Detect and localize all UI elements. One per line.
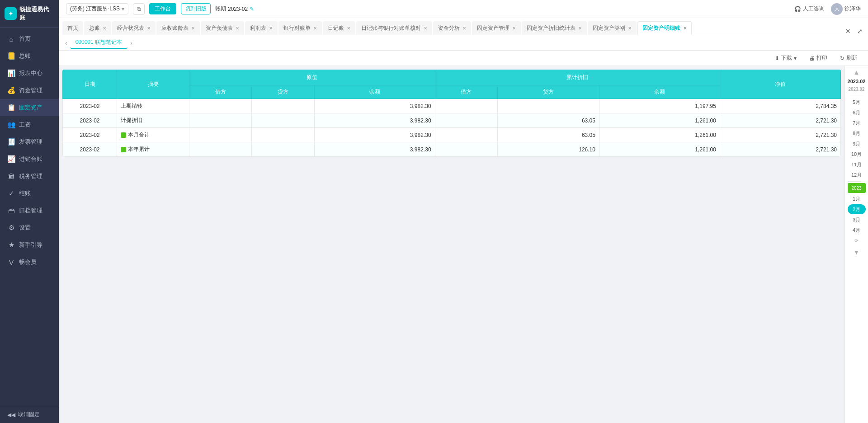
tab-balance-sheet[interactable]: 资产负债表✕: [201, 21, 244, 35]
sidebar-item-tax[interactable]: 🏛 税务管理: [0, 168, 59, 185]
cell-period: 2023-02: [63, 99, 117, 113]
sidebar-item-checkout[interactable]: ✓ 结账: [0, 185, 59, 202]
tab-ledger[interactable]: 总账✕: [84, 21, 111, 35]
month-2022-8月[interactable]: 8月: [848, 128, 866, 138]
header-right: 🎧 人工咨询 人 徐泽华: [794, 3, 861, 15]
close-tab-balance-sheet[interactable]: ✕: [236, 26, 239, 31]
tab-capital-analysis[interactable]: 资金分析✕: [433, 21, 471, 35]
sidebar-item-reports[interactable]: 📊 报表中心: [0, 65, 59, 82]
next-tab-btn[interactable]: ›: [129, 38, 133, 47]
dropdown-icon: ▾: [794, 55, 797, 61]
month-2022-7月[interactable]: 7月: [848, 118, 866, 128]
close-tab-fixed-category[interactable]: ✕: [628, 26, 632, 31]
month-2022-5月[interactable]: 5月: [848, 97, 866, 107]
refresh-button[interactable]: ↻ 刷新: [836, 53, 861, 63]
month-2022-9月[interactable]: 9月: [848, 139, 866, 149]
pin-icon: ◀◀: [7, 412, 15, 418]
copy-button[interactable]: ⧉: [133, 3, 145, 15]
cell-period: 2023-02: [63, 113, 117, 128]
tab-bank-check[interactable]: 日记账与银行对账单核对✕: [356, 21, 432, 35]
prev-tab-btn[interactable]: ‹: [64, 38, 68, 47]
tab-bank-statement[interactable]: 银行对账单✕: [278, 21, 322, 35]
month-2022-11月[interactable]: 11月: [848, 160, 866, 169]
cell-net-value: 2,721.30: [720, 142, 840, 157]
tab-depreciation-stat[interactable]: 固定资产折旧统计表✕: [522, 21, 587, 35]
user-info[interactable]: 人 徐泽华: [831, 3, 861, 15]
month-2023-3月[interactable]: 3月: [848, 215, 866, 225]
sidebar-item-invoice[interactable]: 🧾 发票管理: [0, 133, 59, 150]
tab-profit[interactable]: 利润表✕: [245, 21, 278, 35]
sidebar-item-archive[interactable]: 🗃 归档管理: [0, 202, 59, 219]
close-tab-fixed-detail[interactable]: ✕: [683, 26, 687, 31]
copy-icon: ⧉: [137, 6, 141, 12]
sidebar-item-settings[interactable]: ⚙ 设置: [0, 219, 59, 236]
period-label: 账期: [215, 5, 226, 13]
scroll-down-btn[interactable]: ▼: [853, 248, 861, 257]
table-area: 日期 摘要 原值 累计折旧 净值 借方 贷方 余额 借方 贷方 余额: [59, 66, 868, 423]
close-tab-bank-check[interactable]: ✕: [424, 26, 427, 31]
sub-tab-asset[interactable]: 000001 联想笔记本: [70, 37, 127, 49]
tab-business-status[interactable]: 经营状况表✕: [112, 21, 156, 35]
sync-icon[interactable]: ⟳: [848, 235, 866, 245]
scroll-up-btn[interactable]: ▲: [853, 68, 861, 77]
close-tab-receivable[interactable]: ✕: [191, 26, 195, 31]
consult-button[interactable]: 🎧 人工咨询: [794, 5, 825, 13]
sidebar-item-guide[interactable]: ★ 新手引导: [0, 236, 59, 254]
month-2022-12月[interactable]: 12月: [848, 170, 866, 180]
sidebar-item-member[interactable]: V 畅会员: [0, 254, 59, 271]
close-tab-business-status[interactable]: ✕: [147, 26, 151, 31]
close-tab-ledger[interactable]: ✕: [103, 26, 106, 31]
month-2023-4月[interactable]: 4月: [848, 225, 866, 235]
close-all-tabs-btn[interactable]: ✕: [844, 28, 853, 35]
close-tab-bank-statement[interactable]: ✕: [313, 26, 317, 31]
user-name: 徐泽华: [844, 5, 861, 13]
cell-accum-balance: 1,261.00: [599, 113, 720, 128]
print-button[interactable]: 🖨 打印: [806, 53, 831, 63]
sidebar-item-home[interactable]: ⌂ 首页: [0, 30, 59, 47]
month-2023-2月[interactable]: 2月: [848, 204, 866, 214]
col-accumulated: 累计折旧: [435, 70, 720, 85]
green-tag: [121, 147, 126, 152]
fixed-assets-icon: 📋: [7, 103, 15, 112]
year-label-top: 2023.02: [848, 77, 866, 85]
main-content: (劳务) 江西服垦-LSS ▾ ⧉ 工作台 切到旧版 账期 2023-02 ✎ …: [59, 0, 868, 423]
tab-receivable[interactable]: 应收账龄表✕: [156, 21, 200, 35]
sidebar: ✦ 畅捷通易代账 ⌂ 首页 📒 总账 📊 报表中心 💰 资金管理 📋 固定资产 …: [0, 0, 59, 423]
close-tab-profit[interactable]: ✕: [269, 26, 273, 31]
edit-icon[interactable]: ✎: [250, 6, 254, 12]
switch-old-button[interactable]: 切到旧版: [181, 3, 211, 14]
close-tab-fixed-mgmt[interactable]: ✕: [512, 26, 516, 31]
expand-tabs-btn[interactable]: ⤢: [855, 28, 864, 35]
cell-orig-balance: 3,982.30: [314, 142, 435, 157]
download-button[interactable]: ⬇ 下载 ▾: [771, 53, 800, 63]
sidebar-item-capital[interactable]: 💰 资金管理: [0, 82, 59, 99]
company-name: (劳务) 江西服垦-LSS: [70, 5, 120, 13]
table-header-row: 日期 摘要 原值 累计折旧 净值: [63, 70, 841, 85]
period-value: 2023-02: [228, 6, 248, 12]
tab-home[interactable]: 首页: [62, 21, 83, 35]
pin-toggle[interactable]: ◀◀ 取消固定: [0, 406, 59, 423]
sidebar-item-payroll[interactable]: 👥 工资: [0, 116, 59, 133]
tab-fixed-category[interactable]: 固定资产类别✕: [588, 21, 637, 35]
sidebar-label-checkout: 结账: [19, 189, 31, 197]
sidebar-label-fixed-assets: 固定资产: [19, 103, 42, 112]
company-selector[interactable]: (劳务) 江西服垦-LSS ▾: [66, 3, 128, 14]
sidebar-item-sales[interactable]: 📈 进销台账: [0, 150, 59, 168]
workspace-button[interactable]: 工作台: [149, 3, 176, 14]
tab-journal[interactable]: 日记账✕: [323, 21, 355, 35]
sidebar-item-ledger[interactable]: 📒 总账: [0, 47, 59, 65]
month-2022-6月[interactable]: 6月: [848, 108, 866, 118]
sidebar-item-fixed-assets[interactable]: 📋 固定资产: [0, 99, 59, 116]
close-tab-capital-analysis[interactable]: ✕: [462, 26, 466, 31]
table-row: 2023-02 本月合计 3,982.30 63.05 1,261.00 2,7…: [63, 128, 841, 142]
sales-icon: 📈: [7, 155, 15, 163]
close-tab-depreciation-stat[interactable]: ✕: [578, 26, 582, 31]
cell-desc: 上期结转: [117, 99, 189, 113]
tab-fixed-detail[interactable]: 固定资产明细账✕: [637, 21, 692, 35]
month-2022-10月[interactable]: 10月: [848, 149, 866, 159]
tab-fixed-mgmt[interactable]: 固定资产管理✕: [472, 21, 521, 35]
green-tag: [121, 132, 126, 138]
checkout-icon: ✓: [7, 189, 15, 197]
close-tab-journal[interactable]: ✕: [347, 26, 350, 31]
month-2023-1月[interactable]: 1月: [848, 194, 866, 204]
